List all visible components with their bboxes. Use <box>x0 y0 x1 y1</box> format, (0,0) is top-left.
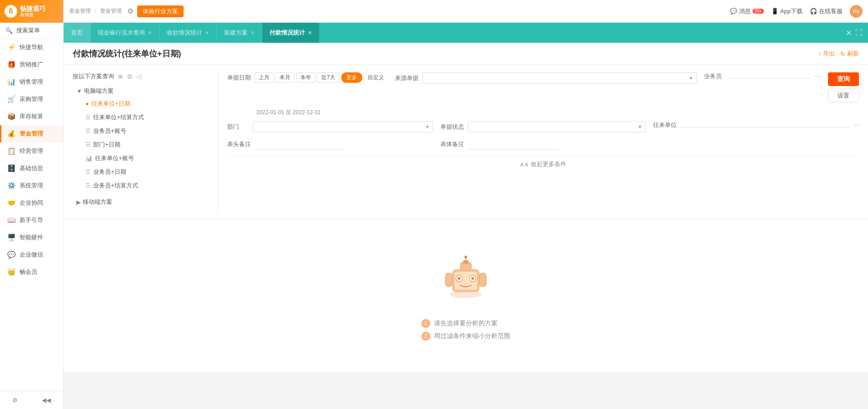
tab-receipt-stat[interactable]: 收款情况统计 ✕ <box>160 23 217 43</box>
table-header-note-input[interactable] <box>254 139 345 150</box>
sidebar-item-member[interactable]: 👑 畅会员 <box>0 263 63 281</box>
service-btn[interactable]: 🎧 在线客服 <box>810 7 843 15</box>
dept-field: 部门 ▾ <box>227 121 433 132</box>
scheme-label: 往来单位+日期 <box>91 100 130 108</box>
tab-receipt-stat-close[interactable]: ✕ <box>205 30 209 36</box>
scheme-chart-icon: 📊 <box>85 155 92 162</box>
collapse-more-btn[interactable]: ∧∧ 收起更多条件 <box>227 156 859 172</box>
page-header: 付款情况统计(往来单位+日期) ↑ 导出 ↻ 刷新 <box>64 43 868 65</box>
sidebar-collapse-btn[interactable]: ◀◀ <box>38 395 55 405</box>
filter-fields: 单据日期 上月 本月 本年 近7天 更多 自定义 来源单据 <box>218 72 859 212</box>
tab-payment-stat[interactable]: 付款情况统计 ✕ <box>262 23 319 43</box>
scheme-item-staff-settle[interactable]: ☰ 业务员+结算方式 <box>73 179 210 192</box>
scheme-icon: ☰ <box>85 182 90 189</box>
sidebar-item-guide[interactable]: 📖 新手引导 <box>0 212 63 229</box>
source-doc-select[interactable]: ▾ <box>422 72 697 84</box>
hint-item-1: 1 请先选择要分析的方案 <box>421 319 510 328</box>
tab-new-scheme[interactable]: 新建方案 ✕ <box>217 23 262 43</box>
tab-bank-flow-close[interactable]: ✕ <box>148 30 152 36</box>
doc-status-select[interactable]: ▾ <box>468 121 646 132</box>
refresh-btn[interactable]: ↻ 刷新 <box>840 50 859 58</box>
date-buttons: 上月 本月 本年 近7天 更多 自定义 <box>254 72 388 83</box>
scheme-item-staff-date[interactable]: ☰ 业务员+日期 <box>73 165 210 179</box>
sidebar-item-hardware[interactable]: 🖥️ 智能硬件 <box>0 229 63 246</box>
desktop-group-arrow: ▼ <box>76 88 82 95</box>
staff-field: 业务员 ··· <box>704 72 821 81</box>
query-btn[interactable]: 查询 <box>828 72 859 86</box>
svg-rect-12 <box>479 273 486 287</box>
topbar-gear-icon[interactable]: ⚙ <box>127 7 134 15</box>
sidebar-item-purchase[interactable]: 🛒 采购管理 <box>0 91 63 108</box>
table-body-note-input[interactable] <box>468 139 559 150</box>
message-btn[interactable]: 💬 消息 99+ <box>730 7 764 15</box>
more-dates-btn[interactable]: 更多 <box>341 72 362 83</box>
dept-select-arrow: ▾ <box>426 123 429 130</box>
sidebar-item-system[interactable]: ⚙️ 系统管理 <box>0 177 63 194</box>
this-month-btn[interactable]: 本月 <box>275 72 294 83</box>
scheme-item-unit-account[interactable]: 📊 往来单位+账号 <box>73 151 210 165</box>
app-download-btn[interactable]: 📱 App下载 <box>771 7 803 15</box>
footer-settings-btn[interactable]: ⚙ <box>9 395 21 405</box>
scheme-label: 业务员+结算方式 <box>93 182 138 190</box>
quick-nav-icon: ⚡ <box>7 43 16 51</box>
sidebar-item-marketing[interactable]: 🎁 营销推广 <box>0 56 63 73</box>
scheme-label: 往来单位+账号 <box>95 154 134 162</box>
sidebar-item-label: 智能硬件 <box>20 233 43 242</box>
staff-dots[interactable]: ··· <box>815 72 821 81</box>
sidebar-item-label: 营销推广 <box>20 61 43 69</box>
empty-svg-icon <box>439 247 493 301</box>
sidebar-item-label: 系统管理 <box>20 182 43 190</box>
scheme-item-dept-date[interactable]: ☰ 部门+日期 <box>73 138 210 151</box>
doc-status-label: 单据状态 <box>440 123 464 131</box>
mobile-group-title[interactable]: ▶ 移动端方案 <box>73 196 210 208</box>
mobile-scheme-group: ▶ 移动端方案 <box>73 196 210 208</box>
filter-row-1: 单据日期 上月 本月 本年 近7天 更多 自定义 来源单据 <box>227 72 859 102</box>
date-range-display: 2022-01-01 至 2022-12-31 <box>256 109 859 116</box>
cooperation-icon: 🤝 <box>7 199 16 207</box>
close-all-tabs-btn[interactable]: ✕ <box>846 29 852 37</box>
message-icon: 💬 <box>730 8 737 15</box>
last-month-btn[interactable]: 上月 <box>254 72 274 83</box>
filter-row-2: 部门 ▾ 单据状态 ▾ <box>227 121 859 132</box>
breadcrumb-sub: 资金管理 <box>100 7 122 15</box>
expand-tab-btn[interactable]: ⛶ <box>855 29 863 37</box>
sidebar-item-wechat[interactable]: 💬 企业微信 <box>0 246 63 263</box>
operation-icon: 📋 <box>7 147 16 155</box>
collapse-label: 收起更多条件 <box>531 160 566 168</box>
service-label: 在线客服 <box>819 7 843 15</box>
sidebar-item-cooperation[interactable]: 🤝 企业协同 <box>0 194 63 212</box>
trial-btn[interactable]: 体验行业方案 <box>137 5 184 17</box>
sidebar-item-basic[interactable]: 🗄️ 基础信息 <box>0 160 63 177</box>
sidebar-item-inventory[interactable]: 📦 库存核算 <box>0 108 63 125</box>
sidebar-item-operation[interactable]: 📋 经营管理 <box>0 142 63 160</box>
scheme-item-unit-date[interactable]: ● 往来单位+日期 <box>73 97 210 111</box>
filter-settings-btn[interactable]: 设置 <box>828 89 859 102</box>
user-avatar[interactable]: Rit <box>850 5 863 18</box>
scheme-item-unit-settle[interactable]: ☰ 往来单位+结算方式 <box>73 111 210 124</box>
tab-bank-flow[interactable]: 现金银行流水查询 ✕ <box>90 23 160 43</box>
dept-select[interactable]: ▾ <box>253 121 433 132</box>
sidebar-item-finance[interactable]: 💰 资金管理 <box>0 125 63 142</box>
sidebar-footer: ⚙ ◀◀ <box>0 391 63 409</box>
this-year-btn[interactable]: 本年 <box>296 72 315 83</box>
scheme-icon: ☰ <box>85 128 90 134</box>
page-header-actions: ↑ 导出 ↻ 刷新 <box>818 50 859 58</box>
desktop-group-title[interactable]: ▼ 电脑端方案 <box>73 85 210 97</box>
tab-new-scheme-close[interactable]: ✕ <box>250 30 254 36</box>
scheme-settings-btn[interactable]: ⚙ <box>127 73 133 80</box>
tab-home[interactable]: 首页 <box>64 23 90 43</box>
sidebar-item-label: 经营管理 <box>20 147 43 155</box>
sidebar-item-quick-nav[interactable]: ⚡ 快捷导航 <box>0 39 63 56</box>
collapse-scheme-btn[interactable]: ◁ <box>136 73 141 80</box>
scheme-item-staff-account[interactable]: ☰ 业务员+账号 <box>73 124 210 138</box>
tab-payment-stat-close[interactable]: ✕ <box>308 30 312 36</box>
add-scheme-btn[interactable]: ⊕ <box>118 73 123 80</box>
partner-dots[interactable]: ··· <box>853 121 859 129</box>
member-icon: 👑 <box>7 268 16 276</box>
last-7-days-btn[interactable]: 近7天 <box>317 72 339 83</box>
search-menu[interactable]: 🔍 搜索菜单 <box>0 23 63 39</box>
table-body-note-field: 表体备注 <box>440 139 646 150</box>
sidebar-item-label: 资金管理 <box>20 130 43 138</box>
sidebar-item-sales[interactable]: 📊 销售管理 <box>0 73 63 91</box>
export-btn[interactable]: ↑ 导出 <box>818 50 835 58</box>
